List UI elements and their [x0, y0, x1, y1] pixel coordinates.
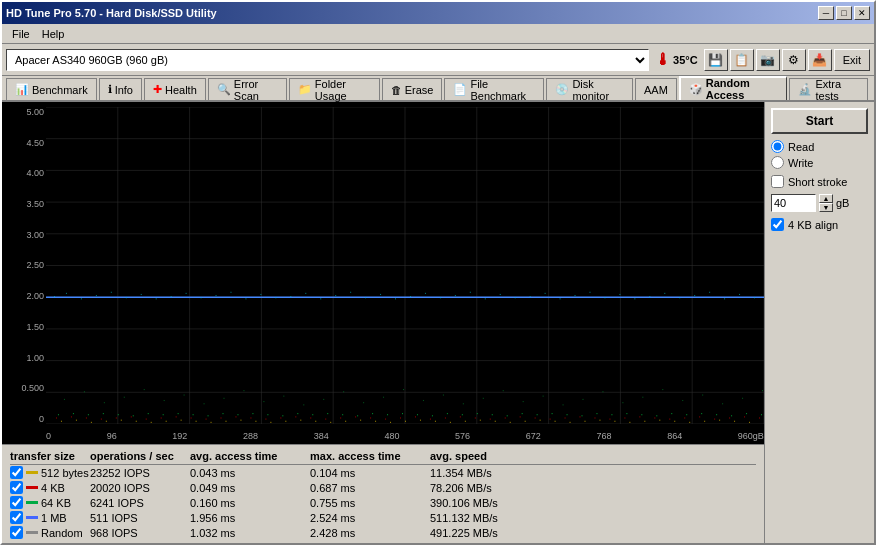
svg-rect-87: [310, 417, 311, 418]
tab-aam[interactable]: AAM: [635, 78, 677, 100]
legend-checkbox-1[interactable]: [10, 481, 23, 494]
legend-max-2: 0.755 ms: [310, 497, 430, 509]
spin-up-button[interactable]: ▲: [819, 194, 833, 203]
tab-erase[interactable]: 🗑 Erase: [382, 78, 443, 100]
tab-health[interactable]: ✚ Health: [144, 78, 206, 100]
svg-rect-137: [342, 414, 343, 415]
legend-checkbox-4[interactable]: [10, 526, 23, 539]
toolbar-btn-1[interactable]: 💾: [704, 49, 728, 71]
svg-rect-194: [470, 292, 471, 293]
benchmark-icon: 📊: [15, 83, 29, 96]
toolbar-btn-4[interactable]: ⚙: [782, 49, 806, 71]
align-checkbox[interactable]: [771, 218, 784, 231]
chart-svg: [46, 107, 764, 424]
legend-max-4: 2.428 ms: [310, 527, 430, 539]
svg-rect-177: [216, 295, 217, 296]
radio-read-label: Read: [788, 141, 814, 153]
svg-rect-129: [223, 413, 224, 414]
svg-rect-160: [686, 414, 687, 415]
svg-rect-146: [477, 413, 478, 414]
short-stroke-checkbox[interactable]: [771, 175, 784, 188]
spin-down-button[interactable]: ▼: [819, 203, 833, 212]
svg-rect-223: [243, 390, 244, 391]
tab-benchmark[interactable]: 📊 Benchmark: [6, 78, 97, 100]
svg-rect-249: [762, 390, 763, 391]
legend-label-4: Random: [10, 526, 90, 539]
exit-button[interactable]: Exit: [834, 49, 870, 71]
svg-rect-98: [475, 417, 476, 418]
svg-rect-196: [500, 294, 501, 295]
svg-rect-182: [290, 296, 291, 297]
svg-rect-219: [164, 400, 165, 401]
svg-rect-127: [193, 414, 194, 415]
svg-rect-37: [270, 422, 271, 423]
menu-file[interactable]: File: [6, 26, 36, 42]
tab-disk-monitor[interactable]: 💿 Disk monitor: [546, 78, 633, 100]
tab-erase-label: Erase: [405, 84, 434, 96]
svg-rect-235: [483, 398, 484, 399]
minimize-button[interactable]: ─: [818, 6, 834, 20]
y-label-0: 5.00: [4, 107, 44, 117]
x-label-8: 768: [596, 431, 611, 441]
legend-checkbox-2[interactable]: [10, 496, 23, 509]
svg-rect-243: [642, 397, 643, 398]
svg-rect-172: [141, 294, 142, 295]
svg-rect-192: [440, 297, 441, 298]
svg-rect-211: [724, 298, 725, 299]
tab-extra-tests[interactable]: 🔬 Extra tests: [789, 78, 868, 100]
error-scan-icon: 🔍: [217, 83, 231, 96]
svg-rect-139: [372, 413, 373, 414]
legend-checkbox-3[interactable]: [10, 511, 23, 524]
svg-rect-91: [370, 417, 371, 418]
legend-checkbox-0[interactable]: [10, 466, 23, 479]
svg-rect-168: [81, 298, 82, 299]
svg-rect-28: [136, 421, 137, 422]
svg-rect-60: [614, 421, 615, 422]
disk-select[interactable]: Apacer AS340 960GB (960 gB): [6, 49, 649, 71]
legend-avg-4: 1.032 ms: [190, 527, 310, 539]
restore-button[interactable]: □: [836, 6, 852, 20]
svg-rect-65: [689, 422, 690, 423]
toolbar-btn-3[interactable]: 📷: [756, 49, 780, 71]
svg-rect-247: [722, 403, 723, 404]
tab-folder-usage[interactable]: 📁 Folder Usage: [289, 78, 380, 100]
radio-write-input[interactable]: [771, 156, 784, 169]
svg-rect-74: [116, 417, 117, 418]
toolbar-btn-2[interactable]: 📋: [730, 49, 754, 71]
svg-rect-35: [240, 420, 241, 421]
tab-error-scan[interactable]: 🔍 Error Scan: [208, 78, 287, 100]
radio-read-input[interactable]: [771, 140, 784, 153]
legend-avg-1: 0.049 ms: [190, 482, 310, 494]
svg-rect-85: [280, 417, 281, 418]
svg-rect-96: [445, 417, 446, 418]
menu-help[interactable]: Help: [36, 26, 71, 42]
tab-file-benchmark[interactable]: 📄 File Benchmark: [444, 78, 544, 100]
y-label-10: 0: [4, 414, 44, 424]
legend-max-1: 0.687 ms: [310, 482, 430, 494]
spinbox-input[interactable]: 40: [771, 194, 816, 212]
title-bar: HD Tune Pro 5.70 - Hard Disk/SSD Utility…: [2, 2, 874, 24]
svg-rect-220: [184, 394, 185, 395]
legend-avg-2: 0.160 ms: [190, 497, 310, 509]
x-label-1: 96: [107, 431, 117, 441]
close-button[interactable]: ✕: [854, 6, 870, 20]
svg-rect-132: [267, 414, 268, 415]
tab-benchmark-label: Benchmark: [32, 84, 88, 96]
tab-random-access[interactable]: 🎲 Random Access: [679, 76, 788, 100]
y-label-6: 2.00: [4, 291, 44, 301]
svg-rect-236: [503, 390, 504, 391]
tabs-bar: 📊 Benchmark ℹ Info ✚ Health 🔍 Error Scan…: [2, 76, 874, 102]
svg-rect-240: [583, 399, 584, 400]
legend-speed-2: 390.106 MB/s: [430, 497, 550, 509]
toolbar-btn-5[interactable]: 📥: [808, 49, 832, 71]
legend-max-0: 0.104 ms: [310, 467, 430, 479]
svg-rect-226: [303, 404, 304, 405]
svg-rect-191: [425, 293, 426, 294]
start-button[interactable]: Start: [771, 108, 868, 134]
svg-rect-216: [104, 402, 105, 403]
svg-rect-76: [146, 419, 147, 420]
radio-write: Write: [771, 156, 868, 169]
svg-rect-69: [749, 422, 750, 423]
tab-info[interactable]: ℹ Info: [99, 78, 142, 100]
svg-rect-213: [754, 297, 755, 298]
